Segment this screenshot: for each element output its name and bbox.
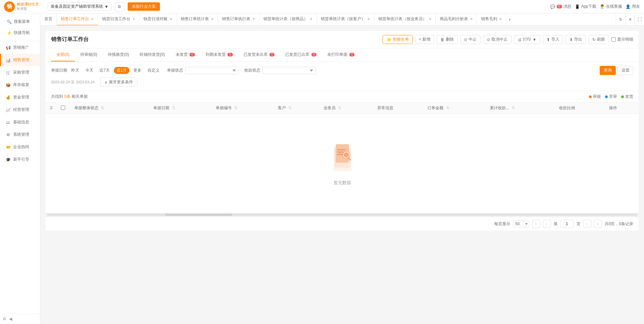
tab-close-icon-10[interactable]: ✕ (499, 17, 502, 21)
smart-generate-btn[interactable]: ⭐ 智能生单 (383, 35, 413, 44)
cancel-stop-btn[interactable]: ⊙ 取消中止 (483, 35, 511, 44)
tab-sales-staff-stats[interactable]: 销货单统计表（按业务员） ✕ (374, 13, 436, 26)
import-btn[interactable]: ⬆ 导入 (543, 35, 563, 44)
sidebar-item-operations[interactable]: 📈 经营管理 (0, 104, 40, 116)
next-page-btn[interactable]: › (583, 220, 591, 228)
filter-settings-btn[interactable]: 设置 (618, 66, 633, 75)
sub-tab-wangpu[interactable]: 旺铺待发货(0) (134, 48, 170, 62)
tab-home[interactable]: 首页 (40, 13, 57, 26)
sidebar-item-newuser[interactable]: 🎓 新手引导 (0, 153, 40, 166)
system-title-dropdown[interactable]: 装备及固定资产辅助管理系统 ▼ (48, 2, 112, 11)
th-received[interactable]: 累计收款... ⇅ (486, 103, 555, 114)
sub-tab-pending-audit[interactable]: 待审核(0) (75, 48, 103, 62)
sidebar-collapse-btn[interactable]: ◀ (9, 317, 12, 321)
prev-page-btn[interactable]: ‹ (543, 220, 551, 228)
tab-close-icon-5[interactable]: ✕ (252, 17, 255, 21)
th-date[interactable]: 单据日期 ⇅ (149, 103, 211, 114)
page-input[interactable] (560, 220, 574, 228)
last-page-btn[interactable]: » (594, 220, 602, 228)
sidebar-item-basic[interactable]: 🗂 基础信息 (0, 116, 40, 128)
sidebar-item-system[interactable]: ⚙ 系统管理 (0, 128, 40, 141)
industry-btn[interactable]: 体验行业方案 (128, 2, 160, 11)
tab-close-icon-8[interactable]: ✕ (429, 17, 431, 21)
sidebar-search-area: 🔍 搜索菜单 ⚡ 快捷导航 (0, 13, 40, 41)
expand-filter-btn[interactable]: ∨ 展开更多条件 (100, 78, 137, 87)
show-detail-checkbox[interactable] (611, 37, 616, 42)
filter-date-group: 单据日期 昨天 今天 近7天 近1月 更多 自定义 (51, 67, 162, 74)
select-all-checkbox[interactable] (61, 106, 65, 110)
tab-close-all-btn[interactable]: ✕ (625, 13, 635, 26)
date-opt-more[interactable]: 更多 (131, 67, 143, 74)
refresh-btn[interactable]: ↻ 刷新 (589, 35, 609, 44)
unaudit-action[interactable]: 弃审 (605, 94, 617, 99)
th-number[interactable]: 单据编号 ⇅ (212, 103, 274, 114)
ship-action[interactable]: 发货 (621, 94, 633, 99)
tab-sales-customer-stats[interactable]: 销货单统计表（按客户） ✕ (317, 13, 374, 26)
tab-close-icon-6[interactable]: ✕ (310, 17, 312, 21)
export-btn[interactable]: ⬇ 导出 (566, 35, 586, 44)
date-opt-1month[interactable]: 近1月 (114, 67, 130, 74)
print-btn[interactable]: 🖨 打印 ▼ (514, 35, 540, 44)
date-opt-7days[interactable]: 近7天 (97, 67, 112, 74)
tab-close-icon-3[interactable]: ✕ (170, 17, 172, 21)
tab-sales-order-workbench[interactable]: 销售订单工作台 ✕ (57, 13, 98, 26)
delete-btn[interactable]: 🗑 删除 (437, 35, 458, 44)
tab-close-icon-7[interactable]: ✕ (367, 17, 370, 21)
sub-tab-unshipped[interactable]: 未发货 0 (170, 48, 200, 62)
sub-tab-pending-inspect[interactable]: 待拣验货(0) (102, 48, 134, 62)
sub-tab-all[interactable]: 全部(0) (51, 48, 75, 62)
th-staff[interactable]: 业务员 ⇅ (319, 103, 373, 114)
sidebar-item-finance[interactable]: 💰 资金管理 (0, 91, 40, 104)
th-amount[interactable]: 订单金额 ⇅ (423, 103, 485, 114)
sidebar-settings-btn[interactable]: ⚙ (3, 317, 6, 321)
th-status[interactable]: 单据整体状态 ⇅ (70, 103, 149, 114)
tab-sales-goods-stats[interactable]: 销货单统计表（按商品） ✕ (259, 13, 317, 26)
per-page-select[interactable]: 10 20 50 100 (513, 220, 529, 227)
tab-daily-reconcile[interactable]: 钱货日清对账 ✕ (139, 13, 177, 26)
sidebar-item-enterprise[interactable]: 🤝 企业协同 (0, 141, 40, 153)
audit-action[interactable]: 审核 (589, 94, 601, 99)
filter-payment-select[interactable] (262, 67, 316, 74)
tab-daily-clear[interactable]: 钱货日清工作台 ✕ (98, 13, 139, 26)
sub-tab-overdue[interactable]: 到期未发货 0 (200, 48, 238, 62)
sidebar-quicknav-item[interactable]: ⚡ 快捷导航 (3, 27, 37, 38)
app-download-btn[interactable]: 📱 App下载 (575, 4, 596, 9)
sidebar-item-sales[interactable]: 📊 销售管理 (0, 54, 40, 66)
tab-more-btn[interactable]: › (506, 17, 513, 22)
tab-refresh-btn[interactable]: ↻ (616, 13, 625, 26)
gear-button[interactable]: ⚙ (115, 2, 124, 11)
first-page-btn[interactable]: « (532, 220, 540, 228)
sidebar-item-inventory[interactable]: 📦 库存核算 (0, 79, 40, 91)
finance-icon: 💰 (5, 95, 11, 100)
sidebar-item-purchase[interactable]: 🛒 采购管理 (0, 66, 40, 79)
table-area: 共找到 0条 相关单据 审核 (46, 91, 639, 213)
message-icon-group[interactable]: 💬 6 消息 (550, 4, 571, 9)
online-service-btn[interactable]: 👨‍💼 在线客服 (600, 4, 622, 9)
query-btn[interactable]: 查询 (600, 66, 616, 75)
show-detail-checkbox-group[interactable]: 显示明细 (611, 37, 633, 42)
add-btn[interactable]: + 新增 (415, 35, 434, 44)
tab-sales-gross[interactable]: 销售毛利 ✕ (477, 13, 506, 26)
sub-tab-shipped-not-out[interactable]: 已发货未出库 0 (238, 48, 280, 62)
horizontal-scrollbar[interactable] (46, 213, 639, 217)
tab-close-icon-4[interactable]: ✕ (211, 17, 214, 21)
tab-sales-exec[interactable]: 销售订单执行表 ✕ (218, 13, 259, 26)
scroll-thumb[interactable] (165, 214, 232, 216)
tab-sales-stats[interactable]: 销售订单统计表 ✕ (177, 13, 218, 26)
tab-fullscreen-btn[interactable]: ⛶ (635, 13, 644, 26)
th-customer[interactable]: 客户 ⇅ (274, 103, 319, 114)
date-opt-today[interactable]: 今天 (83, 67, 95, 74)
user-menu[interactable]: 👤 用友 (626, 4, 640, 9)
sidebar-search-item[interactable]: 🔍 搜索菜单 (3, 16, 37, 27)
filter-status-select[interactable] (185, 67, 239, 74)
date-opt-yesterday[interactable]: 昨天 (69, 67, 81, 74)
sub-tab-shipped-out[interactable]: 已发货已出库 0 (280, 48, 322, 62)
tab-gross-margin[interactable]: 商品毛利分析表 ✕ (436, 13, 477, 26)
tab-close-icon[interactable]: ✕ (91, 17, 94, 21)
date-opt-custom[interactable]: 自定义 (145, 67, 162, 74)
sidebar-item-marketing[interactable]: 📢 营销推广 (0, 41, 40, 54)
stop-btn[interactable]: ⊙ 中止 (460, 35, 480, 44)
tab-close-icon-9[interactable]: ✕ (470, 17, 473, 21)
tab-close-icon-2[interactable]: ✕ (132, 17, 135, 21)
sub-tab-unprinted[interactable]: 未打印单据 0 (322, 48, 360, 62)
